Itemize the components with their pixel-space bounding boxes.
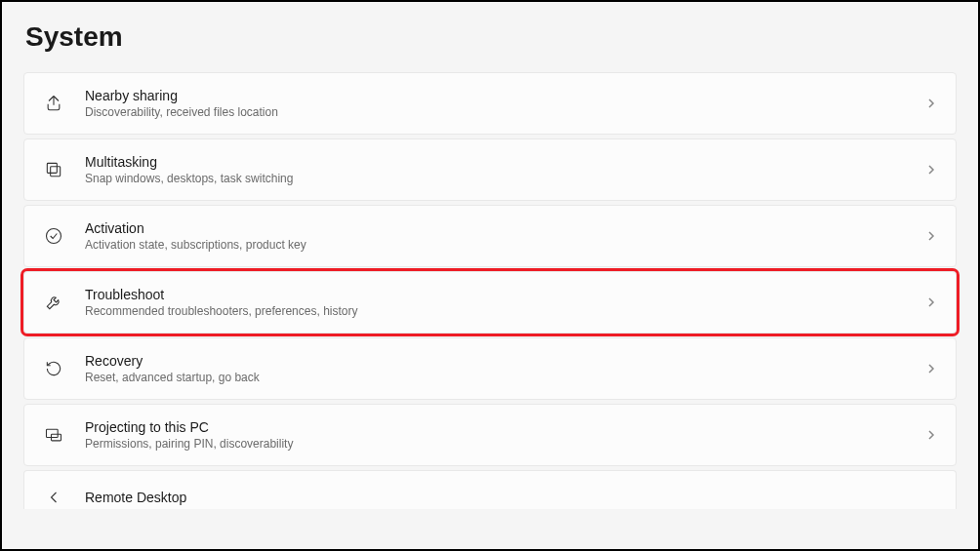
settings-list: Nearby sharing Discoverability, received… (23, 72, 957, 509)
recovery-icon (42, 357, 65, 380)
svg-rect-0 (47, 163, 57, 173)
page-title: System (23, 21, 957, 53)
chevron-right-icon (924, 163, 938, 177)
project-icon (42, 423, 65, 447)
svg-point-2 (47, 229, 61, 244)
chevron-right-icon (924, 295, 938, 309)
svg-rect-1 (51, 167, 61, 177)
share-icon (42, 92, 65, 115)
chevron-right-icon (924, 229, 938, 243)
setting-desc: Activation state, subscriptions, product… (85, 238, 924, 252)
setting-item-projecting[interactable]: Projecting to this PC Permissions, pairi… (23, 404, 957, 466)
setting-item-multitasking[interactable]: Multitasking Snap windows, desktops, tas… (23, 138, 957, 201)
setting-desc: Permissions, pairing PIN, discoverabilit… (85, 437, 924, 451)
setting-item-recovery[interactable]: Recovery Reset, advanced startup, go bac… (23, 337, 957, 400)
setting-title: Nearby sharing (85, 88, 924, 103)
setting-title: Projecting to this PC (85, 419, 924, 435)
setting-title: Troubleshoot (85, 287, 924, 302)
setting-item-activation[interactable]: Activation Activation state, subscriptio… (23, 205, 957, 267)
svg-rect-3 (47, 429, 59, 437)
system-settings-page: System Nearby sharing Discoverability, r… (2, 2, 978, 509)
setting-desc: Recommended troubleshooters, preferences… (85, 304, 924, 318)
setting-desc: Discoverability, received files location (85, 105, 924, 119)
chevron-right-icon (924, 362, 938, 375)
chevron-right-icon (924, 428, 938, 442)
check-circle-icon (42, 224, 65, 248)
setting-text: Nearby sharing Discoverability, received… (85, 88, 924, 119)
setting-title: Activation (85, 220, 924, 236)
setting-item-nearby-sharing[interactable]: Nearby sharing Discoverability, received… (23, 72, 957, 135)
setting-desc: Reset, advanced startup, go back (85, 371, 924, 384)
setting-title: Recovery (85, 353, 924, 369)
remote-icon (42, 486, 65, 509)
setting-text: Troubleshoot Recommended troubleshooters… (85, 287, 924, 318)
setting-item-troubleshoot[interactable]: Troubleshoot Recommended troubleshooters… (23, 271, 957, 334)
setting-title: Remote Desktop (85, 490, 938, 505)
setting-title: Multitasking (85, 154, 924, 170)
setting-text: Multitasking Snap windows, desktops, tas… (85, 154, 924, 185)
setting-text: Remote Desktop (85, 490, 938, 505)
setting-text: Projecting to this PC Permissions, pairi… (85, 419, 924, 451)
setting-desc: Snap windows, desktops, task switching (85, 172, 924, 185)
multitask-icon (42, 158, 65, 181)
setting-item-remote-desktop[interactable]: Remote Desktop (23, 470, 957, 509)
setting-text: Activation Activation state, subscriptio… (85, 220, 924, 252)
setting-text: Recovery Reset, advanced startup, go bac… (85, 353, 924, 384)
wrench-icon (42, 291, 65, 314)
chevron-right-icon (924, 97, 938, 110)
